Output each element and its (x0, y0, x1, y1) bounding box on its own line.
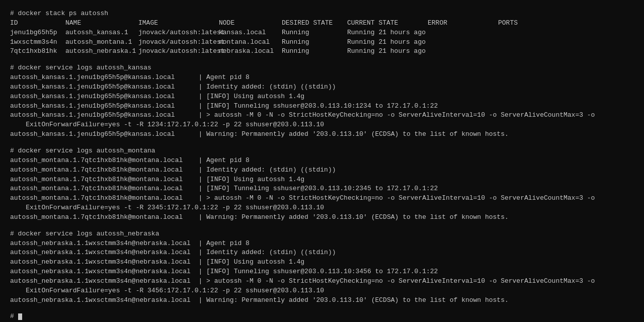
log-line: autossh_montana.1.7qtc1hxb81hk@montana.l… (10, 213, 634, 222)
spacer-line (10, 139, 634, 146)
table-row: 1wxsctmm3s4nautossh_montana.1jnovack/aut… (10, 38, 634, 47)
row-name: autossh_montana.1 (65, 38, 138, 47)
header-error: ERROR (428, 19, 498, 28)
table-row: jenu1bg65h5pautossh_kansas.1jnovack/auto… (10, 28, 634, 38)
row-current-state: Running 21 hours ago (347, 28, 428, 38)
row-id: 7qtc1hxb81hk (10, 47, 65, 56)
log-line: autossh_nebraska.1.1wxsctmm3s4n@nebraska… (10, 258, 634, 267)
prompt-line: # docker service logs autossh_kansas (10, 63, 634, 73)
table-row: 7qtc1hxb81hkautossh_nebraska.1jnovack/au… (10, 47, 634, 56)
log-line: autossh_montana.1.7qtc1hxb81hk@montana.l… (10, 166, 634, 175)
header-ports: PORTS (498, 19, 518, 28)
header-current-state: CURRENT STATE (347, 19, 428, 28)
log-line: autossh_nebraska.1.1wxsctmm3s4n@nebraska… (10, 267, 634, 277)
spacer-line (10, 222, 634, 229)
row-desired-state: Running (282, 38, 347, 47)
terminal-cursor (18, 313, 22, 320)
log-line: autossh_montana.1.7qtc1hxb81hk@montana.l… (10, 156, 634, 166)
row-image: jnovack/autossh:latest (138, 38, 219, 47)
log-line: autossh_montana.1.7qtc1hxb81hk@montana.l… (10, 194, 634, 203)
row-name: autossh_nebraska.1 (65, 47, 138, 56)
log-line: autossh_kansas.1.jenu1bg65h5p@kansas.loc… (10, 111, 634, 120)
log-line: autossh_kansas.1.jenu1bg65h5p@kansas.loc… (10, 130, 634, 139)
row-node: kansas.local (219, 28, 282, 38)
log-line: autossh_nebraska.1.1wxsctmm3s4n@nebraska… (10, 277, 634, 286)
log-line: autossh_nebraska.1.1wxsctmm3s4n@nebraska… (10, 239, 634, 249)
header-name: NAME (65, 19, 138, 28)
prompt-line: # docker stack ps autossh (10, 9, 634, 19)
log-line: autossh_nebraska.1.1wxsctmm3s4n@nebraska… (10, 296, 634, 305)
row-current-state: Running 21 hours ago (347, 47, 428, 56)
terminal: # docker stack ps autosshIDNAMEIMAGENODE… (10, 9, 634, 321)
row-image: jnovack/autossh:latest (138, 47, 219, 56)
log-line: autossh_kansas.1.jenu1bg65h5p@kansas.loc… (10, 83, 634, 92)
row-desired-state: Running (282, 47, 347, 56)
row-current-state: Running 21 hours ago (347, 38, 428, 47)
row-desired-state: Running (282, 28, 347, 38)
log-line: ExitOnForwardFailure=yes -t -R 3456:172.… (10, 286, 634, 296)
header-image: IMAGE (138, 19, 219, 28)
spacer-line (10, 56, 634, 63)
table-header: IDNAMEIMAGENODEDESIRED STATECURRENT STAT… (10, 19, 634, 28)
log-line: autossh_montana.1.7qtc1hxb81hk@montana.l… (10, 175, 634, 185)
prompt-line: # docker service logs autossh_montana (10, 146, 634, 156)
prompt-line: # docker service logs autossh_nebraska (10, 229, 634, 239)
header-desired-state: DESIRED STATE (282, 19, 347, 28)
log-line: autossh_kansas.1.jenu1bg65h5p@kansas.loc… (10, 102, 634, 111)
spacer-line (10, 305, 634, 312)
terminal-cursor-line: # (10, 312, 634, 321)
row-node: nebraska.local (219, 47, 282, 56)
header-id: ID (10, 19, 65, 28)
log-line: autossh_kansas.1.jenu1bg65h5p@kansas.loc… (10, 73, 634, 83)
row-node: montana.local (219, 38, 282, 47)
row-id: jenu1bg65h5p (10, 28, 65, 38)
header-node: NODE (219, 19, 282, 28)
log-line: autossh_kansas.1.jenu1bg65h5p@kansas.loc… (10, 92, 634, 102)
row-name: autossh_kansas.1 (65, 28, 138, 38)
log-line: ExitOnForwardFailure=yes -t -R 1234:172.… (10, 120, 634, 130)
log-line: ExitOnForwardFailure=yes -t -R 2345:172.… (10, 203, 634, 213)
log-line: autossh_montana.1.7qtc1hxb81hk@montana.l… (10, 184, 634, 194)
row-id: 1wxsctmm3s4n (10, 38, 65, 47)
log-line: autossh_nebraska.1.1wxsctmm3s4n@nebraska… (10, 248, 634, 258)
row-image: jnovack/autossh:latest (138, 28, 219, 38)
